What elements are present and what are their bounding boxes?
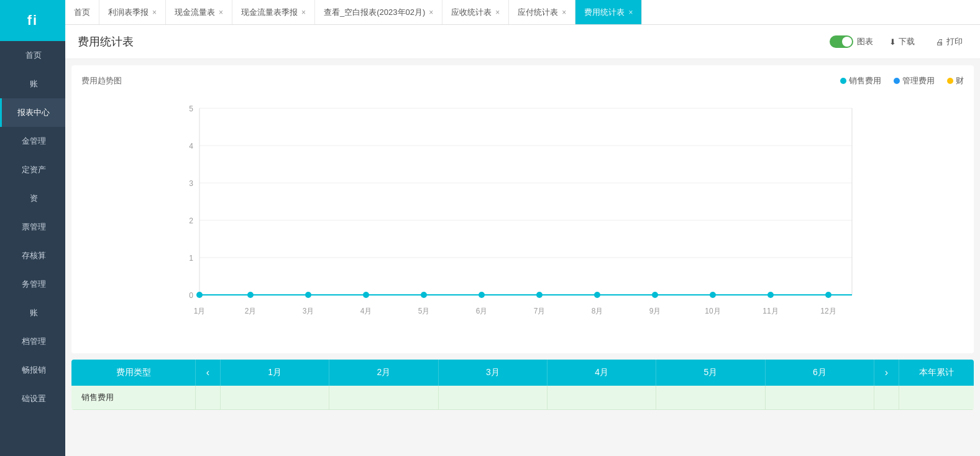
svg-text:12月: 12月 bbox=[820, 307, 836, 315]
tab-cashflow[interactable]: 现金流量表 × bbox=[166, 0, 232, 25]
main-area: 首页 利润表季报 × 现金流量表 × 现金流量表季报 × 查看_空白报表(202… bbox=[65, 0, 980, 456]
sidebar-item-capital[interactable]: 资 bbox=[0, 184, 65, 213]
svg-text:7月: 7月 bbox=[534, 307, 546, 315]
col-m2: 2月 bbox=[329, 360, 438, 386]
svg-text:0: 0 bbox=[189, 291, 193, 300]
tab-home[interactable]: 首页 bbox=[65, 0, 99, 25]
download-button[interactable]: ⬇ 下载 bbox=[884, 34, 920, 50]
sidebar-item-assets[interactable]: 定资产 bbox=[0, 156, 65, 184]
row-prev-space bbox=[196, 386, 221, 409]
legend-admin-label: 管理费用 bbox=[902, 75, 935, 86]
tab-profit-quarterly[interactable]: 利润表季报 × bbox=[99, 0, 166, 25]
svg-text:5月: 5月 bbox=[418, 307, 430, 315]
chart-toggle[interactable] bbox=[830, 35, 853, 48]
svg-text:4: 4 bbox=[189, 142, 193, 151]
row-m1 bbox=[221, 386, 329, 409]
sidebar-logo: fi bbox=[0, 0, 65, 41]
svg-text:6月: 6月 bbox=[476, 307, 488, 315]
tab-expense[interactable]: 费用统计表 × bbox=[575, 0, 642, 25]
row-m6 bbox=[766, 386, 874, 409]
print-label: 打印 bbox=[946, 36, 963, 47]
svg-text:2月: 2月 bbox=[245, 307, 257, 315]
chart-section: 费用趋势图 销售费用 管理费用 财 bbox=[71, 65, 974, 353]
row-yearly bbox=[899, 386, 974, 409]
svg-text:3: 3 bbox=[189, 179, 193, 188]
tab-payable-close[interactable]: × bbox=[562, 8, 566, 17]
download-icon: ⬇ bbox=[889, 37, 896, 47]
row-type-label: 销售费用 bbox=[71, 386, 196, 409]
dot-1 bbox=[247, 292, 254, 298]
dot-8 bbox=[652, 292, 658, 298]
download-label: 下载 bbox=[899, 36, 915, 47]
tab-blank-report[interactable]: 查看_空白报表(2023年02月) × bbox=[315, 0, 442, 25]
row-next-space bbox=[874, 386, 899, 409]
tab-expense-close[interactable]: × bbox=[628, 8, 633, 17]
trend-chart: 5 4 3 2 1 0 bbox=[81, 93, 964, 342]
sidebar-item-services[interactable]: 务管理 bbox=[0, 270, 65, 299]
col-next-nav[interactable]: › bbox=[874, 360, 899, 386]
prev-month-button[interactable]: ‹ bbox=[206, 367, 209, 378]
tab-payable-label: 应付统计表 bbox=[518, 7, 558, 18]
tab-profit-quarterly-label: 利润表季报 bbox=[108, 7, 149, 18]
tab-cashflow-quarterly-close[interactable]: × bbox=[301, 8, 306, 17]
col-m1: 1月 bbox=[221, 360, 329, 386]
dot-11 bbox=[825, 292, 831, 298]
tab-profit-quarterly-close[interactable]: × bbox=[152, 8, 157, 17]
tab-blank-report-label: 查看_空白报表(2023年02月) bbox=[324, 7, 425, 18]
tab-cashflow-quarterly[interactable]: 现金流量表季报 × bbox=[232, 0, 315, 25]
chart-toggle-wrap[interactable]: 图表 bbox=[830, 35, 873, 48]
dot-0 bbox=[196, 292, 203, 298]
next-month-button[interactable]: › bbox=[885, 367, 888, 378]
tab-payable[interactable]: 应付统计表 × bbox=[509, 0, 575, 25]
header-actions: 图表 ⬇ 下载 🖨 打印 bbox=[830, 34, 968, 50]
sidebar-item-reimbursement[interactable]: 畅报销 bbox=[0, 356, 65, 384]
tab-cashflow-close[interactable]: × bbox=[219, 8, 223, 17]
svg-text:1月: 1月 bbox=[194, 307, 206, 315]
svg-text:1: 1 bbox=[189, 254, 193, 263]
sidebar-item-ledger[interactable]: 账 bbox=[0, 299, 65, 327]
svg-text:3月: 3月 bbox=[303, 307, 314, 315]
dot-9 bbox=[710, 292, 716, 298]
dot-7 bbox=[594, 292, 600, 298]
content-area: 费用统计表 图表 ⬇ 下载 🖨 打印 费用趋势图 bbox=[65, 25, 980, 456]
chart-header: 费用趋势图 销售费用 管理费用 财 bbox=[81, 75, 964, 86]
tab-cashflow-label: 现金流量表 bbox=[175, 7, 215, 18]
dot-5 bbox=[479, 292, 485, 298]
table-header: 费用类型 ‹ 1月 2月 3月 4月 5月 6月 › 本年累计 bbox=[71, 360, 974, 386]
sidebar-item-reports[interactable]: 报表中心 bbox=[0, 98, 65, 127]
sidebar: fi 首页 账 报表中心 金管理 定资产 资 票管理 存核算 务管理 账 档管理… bbox=[0, 0, 65, 456]
sidebar-item-account[interactable]: 账 bbox=[0, 70, 65, 98]
sidebar-item-inventory[interactable]: 存核算 bbox=[0, 241, 65, 270]
col-m4: 4月 bbox=[547, 360, 656, 386]
page-title: 费用统计表 bbox=[78, 34, 134, 49]
table-row: 销售费用 bbox=[71, 386, 974, 410]
tab-blank-report-close[interactable]: × bbox=[429, 8, 433, 17]
sidebar-item-settings[interactable]: 础设置 bbox=[0, 384, 65, 413]
row-m5 bbox=[656, 386, 765, 409]
svg-text:11月: 11月 bbox=[762, 307, 778, 315]
svg-text:8月: 8月 bbox=[592, 307, 603, 315]
sidebar-item-finance[interactable]: 金管理 bbox=[0, 127, 65, 156]
tab-receivable[interactable]: 应收统计表 × bbox=[442, 0, 509, 25]
print-icon: 🖨 bbox=[936, 37, 944, 47]
legend-finance: 财 bbox=[947, 75, 964, 86]
dot-6 bbox=[536, 292, 543, 298]
legend-admin: 管理费用 bbox=[894, 75, 935, 86]
svg-text:5: 5 bbox=[189, 105, 193, 113]
tab-expense-label: 费用统计表 bbox=[584, 7, 625, 18]
svg-text:2: 2 bbox=[189, 216, 193, 225]
sidebar-item-files[interactable]: 档管理 bbox=[0, 327, 65, 356]
sidebar-item-tickets[interactable]: 票管理 bbox=[0, 213, 65, 241]
row-m3 bbox=[439, 386, 547, 409]
legend-sales-dot bbox=[840, 78, 846, 84]
tab-bar: 首页 利润表季报 × 现金流量表 × 现金流量表季报 × 查看_空白报表(202… bbox=[65, 0, 980, 25]
tab-receivable-close[interactable]: × bbox=[495, 8, 500, 17]
legend-finance-label: 财 bbox=[956, 75, 964, 86]
print-button[interactable]: 🖨 打印 bbox=[931, 34, 968, 50]
chart-container: 5 4 3 2 1 0 bbox=[81, 93, 964, 343]
tab-home-label: 首页 bbox=[74, 7, 90, 18]
dot-10 bbox=[767, 292, 774, 298]
col-prev-nav[interactable]: ‹ bbox=[196, 360, 221, 386]
sidebar-item-home[interactable]: 首页 bbox=[0, 41, 65, 70]
tab-receivable-label: 应收统计表 bbox=[451, 7, 492, 18]
